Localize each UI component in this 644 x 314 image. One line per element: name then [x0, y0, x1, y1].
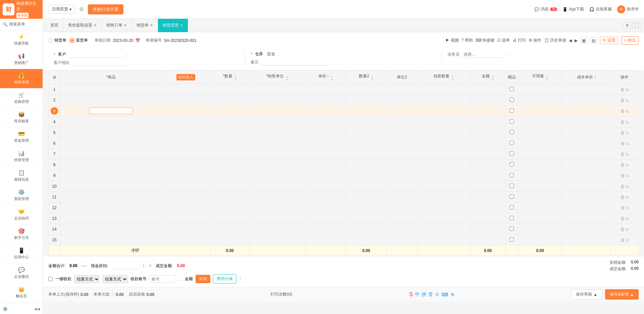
- copy-row-icon[interactable]: ⧉: [626, 98, 629, 103]
- gift-cell[interactable]: [505, 170, 518, 181]
- sidebar-item-member[interactable]: 👑 畅会员: [0, 283, 43, 302]
- gift-cell[interactable]: [505, 181, 518, 192]
- price-sort[interactable]: ▲▼: [330, 75, 333, 81]
- sidebar-item-marketing[interactable]: 📢 营销推广: [0, 50, 43, 69]
- settlement-method-select[interactable]: 结算方式: [74, 275, 100, 283]
- sidebar-item-sales[interactable]: 💰 销售管理: [0, 69, 43, 88]
- gift-cell[interactable]: [505, 106, 518, 117]
- customer-dots[interactable]: ...: [125, 52, 128, 57]
- close-sales-delivery[interactable]: ✕: [150, 23, 153, 27]
- industry-selector[interactable]: 日用百货 ▾: [48, 5, 75, 14]
- history-link[interactable]: 📋 历史单据: [544, 38, 566, 43]
- view-list-btn[interactable]: ▤: [590, 38, 597, 44]
- close-tab-btn[interactable]: ✕: [623, 22, 631, 29]
- online-support-btn[interactable]: 🎧 在线客服: [589, 6, 612, 12]
- prev-btn[interactable]: ◀: [569, 38, 572, 43]
- salesperson-dots[interactable]: ...: [505, 52, 508, 57]
- sidebar-item-enterprise[interactable]: 🤝 企业协同: [0, 205, 43, 225]
- print-link[interactable]: 🖨 打印: [513, 38, 526, 43]
- delete-row-icon[interactable]: 🗑: [620, 205, 625, 210]
- goods-input[interactable]: [89, 108, 133, 114]
- delete-row-icon[interactable]: 🗑: [620, 87, 625, 92]
- customer-input[interactable]: [69, 51, 122, 58]
- account-input[interactable]: [149, 275, 176, 283]
- gift-cell[interactable]: [505, 127, 518, 138]
- remark-input[interactable]: [261, 59, 328, 65]
- radio-sales[interactable]: 销货单: [48, 38, 66, 43]
- goods-cell[interactable]: [60, 213, 162, 224]
- copy-row-icon[interactable]: ⧉: [626, 87, 629, 92]
- sidebar-item-guide[interactable]: 🎯 新手引导: [0, 225, 43, 244]
- calendar-icon[interactable]: 📅: [135, 38, 140, 43]
- delete-row-icon[interactable]: 🗑: [620, 108, 625, 114]
- delete-row-icon[interactable]: 🗑: [620, 194, 625, 200]
- gift-cell[interactable]: [505, 213, 518, 224]
- goods-cell[interactable]: [60, 170, 162, 181]
- add-row-btn[interactable]: +: [51, 107, 58, 115]
- goods-cell[interactable]: [60, 181, 162, 192]
- settings-bottom-icon[interactable]: ⚙️: [3, 307, 8, 311]
- trial-btn[interactable]: 体验行业方案: [88, 4, 123, 14]
- warehouse-dots[interactable]: ...: [278, 52, 281, 57]
- tab-sales-order[interactable]: 销售订单 ✕: [102, 19, 132, 32]
- app-download-btn[interactable]: 📱 App下载: [562, 6, 584, 12]
- tab-sales-return[interactable]: 销货退货 ✕: [158, 19, 188, 32]
- goods-cell[interactable]: [60, 160, 162, 170]
- gift-cell[interactable]: [505, 138, 518, 149]
- copy-row-icon[interactable]: ⧉: [626, 152, 629, 157]
- add-payment-btn[interactable]: 添加: [196, 275, 210, 283]
- copy-row-icon[interactable]: ⧉: [626, 141, 629, 146]
- gift-checkbox[interactable]: [509, 119, 514, 124]
- gift-cell[interactable]: [505, 235, 518, 245]
- tab-price-setting[interactable]: 售价提取设置 ✕: [63, 19, 102, 32]
- scan-btn[interactable]: 扫码录入: [176, 74, 195, 80]
- settings-header-icon[interactable]: ⚙: [79, 6, 84, 12]
- pkg-sort[interactable]: ▲▼: [451, 75, 454, 81]
- setting-btn[interactable]: ✦ 设置: [600, 36, 618, 45]
- tab-home[interactable]: 首页: [46, 19, 63, 32]
- next-btn[interactable]: ▶: [575, 38, 578, 43]
- gift-cell[interactable]: [505, 149, 518, 160]
- copy-row-icon[interactable]: ⧉: [626, 120, 629, 125]
- video-link[interactable]: ▶ 视频: [445, 38, 459, 43]
- user-menu[interactable]: 徐 徐泽华: [617, 5, 639, 13]
- sidebar-item-apps[interactable]: 📱 应用中心: [0, 244, 43, 263]
- goods-cell[interactable]: [60, 95, 162, 106]
- delete-row-icon[interactable]: 🗑: [620, 119, 625, 125]
- copy-row-icon[interactable]: ⧉: [626, 216, 629, 221]
- view-grid-btn[interactable]: ▦: [580, 38, 587, 44]
- copy-row-icon[interactable]: ⧉: [626, 227, 629, 232]
- message-btn[interactable]: 💬 消息 70: [534, 6, 557, 12]
- copy-row-icon[interactable]: ⧉: [626, 238, 629, 243]
- sidebar-item-wechat[interactable]: 💬 企业微信: [0, 263, 43, 283]
- tool-1[interactable]: ①: [435, 292, 439, 297]
- sidebar-item-system[interactable]: ⚙️ 系统管理: [0, 186, 43, 205]
- goods-cell[interactable]: [60, 224, 162, 235]
- goods-cell[interactable]: [60, 127, 162, 138]
- goods-cell[interactable]: [60, 202, 162, 213]
- close-sales-return[interactable]: ✕: [180, 23, 183, 27]
- delete-row-icon[interactable]: 🗑: [620, 216, 625, 221]
- tool-voice[interactable]: 音: [428, 292, 433, 298]
- sidebar-item-finance[interactable]: 💳 资金管理: [0, 127, 43, 147]
- salesperson-input[interactable]: [462, 51, 502, 58]
- save-draft-btn[interactable]: 保存草稿 ▲: [571, 289, 602, 300]
- goods-cell[interactable]: [60, 138, 162, 149]
- gift-checkbox[interactable]: [509, 151, 514, 156]
- account-dots[interactable]: ...: [179, 277, 182, 281]
- close-price-setting[interactable]: ✕: [94, 23, 97, 27]
- copy-row-icon[interactable]: ⧉: [626, 195, 629, 200]
- gift-checkbox[interactable]: [509, 184, 514, 188]
- delete-row-icon[interactable]: 🗑: [620, 141, 625, 146]
- goods-cell[interactable]: [60, 106, 162, 117]
- select-link[interactable]: ☑ 选单: [497, 38, 510, 43]
- qty-sort[interactable]: ▲▼: [234, 75, 237, 81]
- goods-cell[interactable]: [60, 192, 162, 202]
- copy-row-icon[interactable]: ⧉: [626, 109, 629, 114]
- copy-row-icon[interactable]: ⧉: [626, 206, 629, 210]
- gift-checkbox[interactable]: [509, 216, 514, 220]
- radio-return[interactable]: 退货单: [70, 38, 88, 43]
- sidebar-item-operation[interactable]: 📊 经营管理: [0, 147, 43, 166]
- tool-chinese[interactable]: 中: [415, 292, 420, 298]
- shortcut-link[interactable]: ⌨ 快捷键: [476, 38, 494, 43]
